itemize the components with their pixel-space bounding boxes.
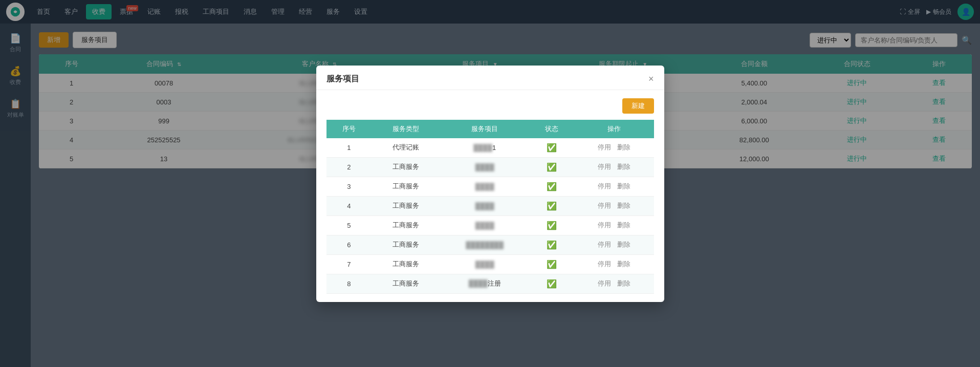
modal-cell-item: ████1: [441, 138, 529, 158]
modal-cell-item: ████: [441, 215, 529, 235]
modal-cell-type: 工商服务: [372, 254, 441, 274]
stop-button[interactable]: 停用: [598, 260, 611, 268]
modal-col-status: 状态: [529, 120, 575, 138]
modal-table-row: 4 工商服务 ████ ✅ 停用 删除: [326, 196, 654, 215]
status-check-icon: ✅: [547, 163, 557, 171]
modal-table-row: 6 工商服务 ████████ ✅ 停用 删除: [326, 235, 654, 254]
modal-table-row: 3 工商服务 ████ ✅ 停用 删除: [326, 177, 654, 196]
stop-button[interactable]: 停用: [598, 202, 611, 209]
modal-col-action: 操作: [574, 120, 654, 138]
modal-cell-item: ████: [441, 177, 529, 196]
modal-cell-status: ✅: [529, 274, 575, 293]
modal-cell-item: ████: [441, 254, 529, 274]
modal-cell-status: ✅: [529, 254, 575, 274]
modal-table-row: 5 工商服务 ████ ✅ 停用 删除: [326, 215, 654, 235]
modal-table-row: 7 工商服务 ████ ✅ 停用 删除: [326, 254, 654, 274]
modal-cell-seq: 4: [326, 196, 372, 215]
modal-table-row: 2 工商服务 ████ ✅ 停用 删除: [326, 157, 654, 177]
modal-cell-status: ✅: [529, 138, 575, 158]
modal-cell-seq: 7: [326, 254, 372, 274]
modal-cell-status: ✅: [529, 235, 575, 254]
modal-scroll-wrapper: 序号 服务类型 服务项目 状态 操作 1 代理记账 ████1 ✅ 停用 删除 …: [326, 120, 654, 294]
modal-cell-seq: 1: [326, 138, 372, 158]
service-items-modal: 服务项目 × 新建 序号 服务类型 服务项目 状态 操作 1 代理记账: [316, 66, 664, 302]
delete-button[interactable]: 删除: [617, 279, 630, 287]
delete-button[interactable]: 删除: [617, 241, 630, 248]
modal-table: 序号 服务类型 服务项目 状态 操作 1 代理记账 ████1 ✅ 停用 删除 …: [326, 120, 654, 294]
modal-title: 服务项目: [326, 74, 359, 84]
status-check-icon: ✅: [547, 182, 557, 191]
modal-cell-status: ✅: [529, 157, 575, 177]
modal-cell-type: 工商服务: [372, 196, 441, 215]
modal-cell-item: ████: [441, 196, 529, 215]
stop-button[interactable]: 停用: [598, 163, 611, 170]
status-check-icon: ✅: [547, 202, 557, 210]
modal-cell-seq: 5: [326, 215, 372, 235]
modal-col-seq: 序号: [326, 120, 372, 138]
modal-cell-action: 停用 删除: [574, 177, 654, 196]
modal-header-row: 序号 服务类型 服务项目 状态 操作: [326, 120, 654, 138]
status-check-icon: ✅: [547, 260, 557, 269]
modal-col-item: 服务项目: [441, 120, 529, 138]
stop-button[interactable]: 停用: [598, 241, 611, 248]
status-check-icon: ✅: [547, 143, 557, 152]
modal-cell-action: 停用 删除: [574, 274, 654, 293]
modal-cell-item: ████注册: [441, 274, 529, 293]
modal-new-button[interactable]: 新建: [622, 98, 654, 114]
modal-cell-action: 停用 删除: [574, 215, 654, 235]
modal-toolbar: 新建: [326, 98, 654, 114]
modal-cell-type: 工商服务: [372, 274, 441, 293]
modal-cell-action: 停用 删除: [574, 196, 654, 215]
delete-button[interactable]: 删除: [617, 260, 630, 268]
modal-cell-item: ████: [441, 157, 529, 177]
modal-close-button[interactable]: ×: [648, 74, 654, 84]
stop-button[interactable]: 停用: [598, 221, 611, 229]
modal-cell-status: ✅: [529, 215, 575, 235]
modal-table-row: 8 工商服务 ████注册 ✅ 停用 删除: [326, 274, 654, 293]
modal-cell-type: 代理记账: [372, 138, 441, 158]
modal-cell-action: 停用 删除: [574, 235, 654, 254]
stop-button[interactable]: 停用: [598, 279, 611, 287]
modal-cell-action: 停用 删除: [574, 138, 654, 158]
delete-button[interactable]: 删除: [617, 202, 630, 209]
modal-cell-item: ████████: [441, 235, 529, 254]
modal-cell-seq: 2: [326, 157, 372, 177]
stop-button[interactable]: 停用: [598, 143, 611, 151]
status-check-icon: ✅: [547, 279, 557, 288]
delete-button[interactable]: 删除: [617, 163, 630, 170]
modal-cell-status: ✅: [529, 196, 575, 215]
modal-cell-seq: 8: [326, 274, 372, 293]
delete-button[interactable]: 删除: [617, 221, 630, 229]
modal-table-row: 1 代理记账 ████1 ✅ 停用 删除: [326, 138, 654, 158]
status-check-icon: ✅: [547, 241, 557, 249]
modal-cell-status: ✅: [529, 177, 575, 196]
modal-cell-seq: 3: [326, 177, 372, 196]
delete-button[interactable]: 删除: [617, 143, 630, 151]
modal-cell-action: 停用 删除: [574, 157, 654, 177]
modal-header: 服务项目 ×: [316, 66, 664, 90]
modal-cell-type: 工商服务: [372, 177, 441, 196]
delete-button[interactable]: 删除: [617, 182, 630, 190]
modal-cell-type: 工商服务: [372, 215, 441, 235]
modal-cell-type: 工商服务: [372, 235, 441, 254]
modal-col-type: 服务类型: [372, 120, 441, 138]
modal-cell-action: 停用 删除: [574, 254, 654, 274]
modal-cell-seq: 6: [326, 235, 372, 254]
status-check-icon: ✅: [547, 221, 557, 230]
modal-cell-type: 工商服务: [372, 157, 441, 177]
modal-body: 新建 序号 服务类型 服务项目 状态 操作 1 代理记账 ████1 ✅: [316, 90, 664, 302]
stop-button[interactable]: 停用: [598, 182, 611, 190]
